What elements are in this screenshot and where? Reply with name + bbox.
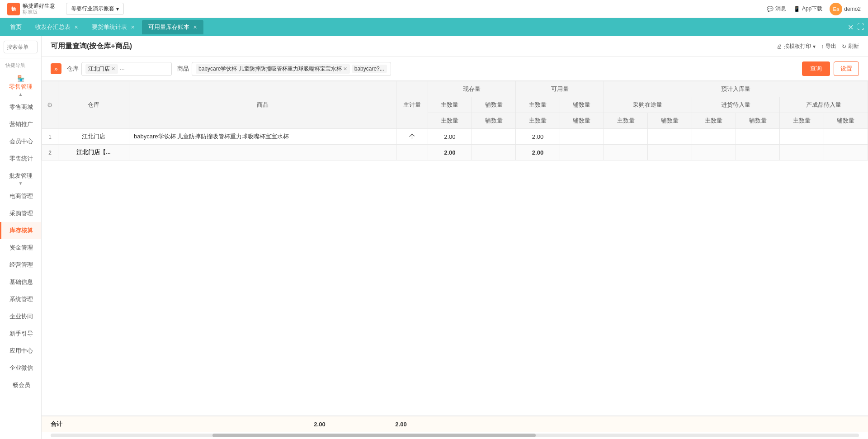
- refresh-btn[interactable]: ↻ 刷新: [842, 42, 859, 50]
- warehouse-tag-1-remove[interactable]: ✕: [111, 66, 115, 72]
- filter-actions: 查询 设置: [802, 61, 859, 76]
- sidebar-item-retail-mall-label: 零售商城: [9, 103, 33, 111]
- sidebar-search-input[interactable]: [4, 41, 38, 53]
- scroll-track[interactable]: [51, 434, 859, 437]
- tab-close-all-icon[interactable]: ✕: [848, 23, 854, 32]
- row2-incoming-main: [692, 145, 736, 160]
- message-btn[interactable]: 💬 消息: [767, 5, 786, 13]
- th-purchase-group: 采购在途量: [604, 97, 692, 113]
- filter-warehouse-group: 仓库 江北门店 ✕ ···: [67, 62, 172, 76]
- total-avail-main: 2.00: [381, 421, 421, 428]
- th-stock-main: 主数量: [428, 97, 472, 113]
- sidebar-search-wrap: [0, 36, 41, 58]
- sidebar-item-wechat[interactable]: 企业微信: [0, 359, 41, 377]
- print-btn[interactable]: 🖨 按模板打印 ▾: [777, 42, 816, 50]
- tab-summary-close[interactable]: ✕: [74, 24, 78, 30]
- sidebar-item-retail-mgmt-label: 零售管理: [9, 83, 33, 91]
- row1-warehouse: 江北门店: [58, 129, 129, 145]
- user-profile[interactable]: Ea demo2: [830, 3, 861, 15]
- sidebar-item-retail-mgmt[interactable]: 🏪 零售管理 ▲: [0, 71, 41, 99]
- sidebar-item-member-label: 会员中心: [9, 137, 33, 146]
- product-input[interactable]: babycare学饮杯 儿童防摔防撞吸管杯重力球吸嘴杯宝宝水杯 ✕ babyca…: [192, 62, 391, 76]
- avatar: Ea: [830, 3, 842, 15]
- sidebar-item-basic-info[interactable]: 基础信息: [0, 274, 41, 291]
- sidebar-item-wholesale-mgmt[interactable]: 批发管理 ▼: [0, 167, 41, 188]
- main-layout: 快捷导航 🏪 零售管理 ▲ 零售商城 营销推广 会员中心 零售统计 批发管理 ▼…: [0, 36, 868, 439]
- warehouse-label: 仓库: [67, 65, 79, 73]
- footer-scroll: [42, 432, 868, 439]
- th-purchase-sub: 辅数量: [648, 113, 692, 129]
- settings-btn[interactable]: 设置: [834, 61, 859, 76]
- th-avail-sub-2: 辅数量: [560, 113, 604, 129]
- row1-production-sub: [824, 129, 868, 145]
- sidebar-item-purchase-label: 采购管理: [9, 209, 33, 217]
- print-icon: 🖨: [777, 43, 782, 50]
- th-production-group: 产成品待入量: [780, 97, 868, 113]
- th-stock-group: 现存量: [428, 81, 516, 97]
- page-header: 可用量查询(按仓库+商品) 🖨 按模板打印 ▾ ↑ 导出 ↻ 刷新: [42, 36, 868, 57]
- th-stock-main-2: 主数量: [428, 113, 472, 129]
- sidebar-item-ops-mgmt-label: 经营管理: [9, 261, 33, 269]
- tab-home[interactable]: 首页: [4, 20, 28, 34]
- brand-name: 畅捷通好生意: [23, 3, 55, 9]
- sidebar-item-inventory[interactable]: 库存核算: [0, 222, 41, 239]
- tab-available-close[interactable]: ✕: [193, 24, 197, 30]
- row1-unit: 个: [396, 129, 428, 145]
- th-settings[interactable]: ⚙: [42, 81, 58, 129]
- th-incoming-group: 进货待入量: [692, 97, 780, 113]
- product-tag-1: babycare学饮杯 儿童防摔防撞吸管杯重力球吸嘴杯宝宝水杯 ✕: [196, 64, 350, 74]
- sidebar-item-system-mgmt[interactable]: 系统管理: [0, 291, 41, 308]
- th-available-sub: 辅数量: [560, 97, 604, 113]
- warehouse-input[interactable]: 江北门店 ✕ ···: [81, 62, 172, 76]
- tab-available[interactable]: 可用量库存账本 ✕: [142, 20, 203, 34]
- app-download-label: App下载: [802, 5, 822, 13]
- tab-order-stats-close[interactable]: ✕: [131, 24, 135, 30]
- page-title: 可用量查询(按仓库+商品): [51, 42, 132, 51]
- data-table: ⚙ 仓库 商品 主计量 现存量 可用量 预计入库量 主数量 辅数量 主数量 辅数…: [42, 81, 868, 160]
- app-download-btn[interactable]: 📱 App下载: [793, 5, 822, 13]
- filter-expand-btn[interactable]: »: [51, 63, 61, 74]
- industry-selector[interactable]: 母婴行业演示账套 ▾: [66, 3, 124, 15]
- tab-order-stats-label: 要货单统计表: [92, 23, 127, 31]
- sidebar-item-newbie[interactable]: 新手引导: [0, 325, 41, 342]
- industry-label: 母婴行业演示账套: [71, 5, 114, 13]
- sidebar-item-member2[interactable]: 畅会员: [0, 377, 41, 394]
- th-forecast-group: 预计入库量: [604, 81, 868, 97]
- sidebar-item-retail-stats[interactable]: 零售统计: [0, 150, 41, 167]
- print-label: 按模板打印: [784, 42, 811, 50]
- sidebar-item-marketing-label: 营销推广: [9, 120, 33, 128]
- sidebar-item-member[interactable]: 会员中心: [0, 133, 41, 150]
- sidebar-item-app-center-label: 应用中心: [9, 347, 33, 355]
- top-bar-left: 畅 畅捷通好生意 标准版 母婴行业演示账套 ▾: [7, 3, 124, 15]
- query-btn[interactable]: 查询: [802, 61, 830, 76]
- sidebar-item-ecommerce[interactable]: 电商管理: [0, 188, 41, 205]
- brand-logo: 畅 畅捷通好生意 标准版: [7, 3, 55, 15]
- tab-fullscreen-icon[interactable]: ⛶: [857, 23, 864, 31]
- sidebar-item-ops-mgmt[interactable]: 经营管理: [0, 256, 41, 274]
- sidebar-item-app-center[interactable]: 应用中心: [0, 342, 41, 359]
- sidebar-item-enterprise[interactable]: 企业协同: [0, 308, 41, 325]
- sidebar-item-basic-info-label: 基础信息: [9, 278, 33, 286]
- tab-available-label: 可用量库存账本: [148, 23, 189, 31]
- row1-product: babycare学饮杯 儿童防摔防撞吸管杯重力球吸嘴杯宝宝水杯: [129, 129, 396, 145]
- row2-stock-sub: [472, 145, 516, 160]
- row2-product: [129, 145, 396, 160]
- sidebar-item-finance[interactable]: 资金管理: [0, 239, 41, 256]
- sidebar-item-marketing[interactable]: 营销推广: [0, 116, 41, 133]
- page-actions: 🖨 按模板打印 ▾ ↑ 导出 ↻ 刷新: [777, 42, 859, 50]
- refresh-icon: ↻: [842, 43, 846, 50]
- export-btn[interactable]: ↑ 导出: [821, 42, 836, 50]
- scroll-thumb[interactable]: [212, 434, 536, 437]
- row2-purchase-sub: [648, 145, 692, 160]
- product-tag-1-remove[interactable]: ✕: [343, 66, 347, 72]
- row2-production-sub: [824, 145, 868, 160]
- tab-order-stats[interactable]: 要货单统计表 ✕: [85, 20, 141, 34]
- warehouse-dots[interactable]: ···: [120, 66, 125, 72]
- product-tag-2-text: babycare?...: [354, 66, 384, 72]
- tab-summary[interactable]: 收发存汇总表 ✕: [29, 20, 85, 34]
- sidebar-item-purchase[interactable]: 采购管理: [0, 205, 41, 222]
- row2-unit: [396, 145, 428, 160]
- top-bar: 畅 畅捷通好生意 标准版 母婴行业演示账套 ▾ 💬 消息 📱 App下载 Ea …: [0, 0, 868, 18]
- sidebar-item-retail-mall[interactable]: 零售商城: [0, 99, 41, 116]
- sidebar-item-retail-stats-label: 零售统计: [9, 155, 33, 163]
